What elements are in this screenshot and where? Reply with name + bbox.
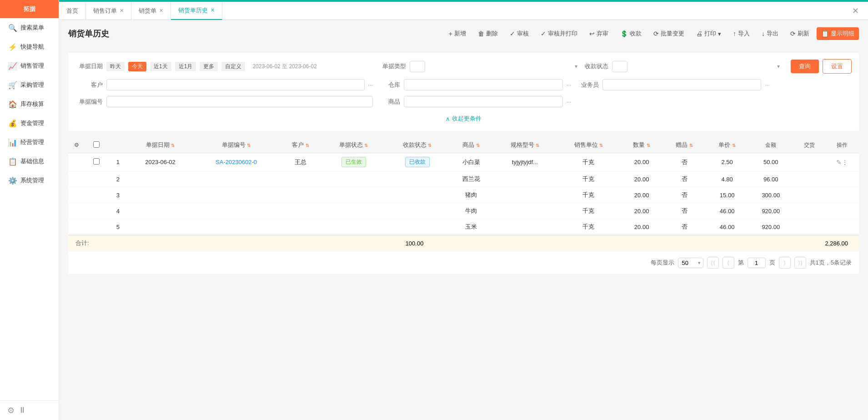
filter-date: 单据日期 昨天 今天 近1天 近1月 更多 自定义 2023-06-02 至 2…: [75, 62, 379, 71]
next-page-button[interactable]: ⟩: [779, 257, 791, 269]
export-button[interactable]: ↓ 导出: [757, 27, 783, 40]
filter-doc-type: 单据类型: [379, 61, 581, 72]
sidebar-item-label: 采购管理: [20, 81, 44, 89]
footer-total-qty: 100.00: [406, 240, 424, 247]
sidebar-item-quick-nav[interactable]: ⚡ 快捷导航: [0, 37, 59, 56]
date-label: 单据日期: [75, 62, 103, 70]
export-icon: ↓: [762, 30, 765, 37]
col-collect-status[interactable]: 收款状态 ⇅: [386, 137, 449, 153]
customer-dots[interactable]: ···: [368, 81, 373, 88]
sidebar-logo: 拓据: [0, 0, 59, 18]
doc-type-label: 单据类型: [379, 62, 406, 70]
col-settings[interactable]: ⚙: [68, 137, 85, 153]
doc-type-select[interactable]: [410, 61, 425, 72]
print-button[interactable]: 🖨 打印 ▾: [692, 27, 726, 40]
docno-input[interactable]: [106, 96, 373, 107]
date-tag-custom[interactable]: 自定义: [221, 62, 245, 71]
tab-bar-close-all[interactable]: ✕: [848, 6, 863, 15]
abandon-button[interactable]: ↩ 弃审: [585, 27, 613, 40]
sidebar-item-sales-mgmt[interactable]: 📈 销售管理: [0, 56, 59, 75]
col-doc-status[interactable]: 单据状态 ⇅: [322, 137, 386, 153]
refresh-button[interactable]: ⟳ 刷新: [786, 27, 814, 40]
date-tag-more[interactable]: 更多: [200, 62, 218, 71]
col-unit-price[interactable]: 单价 ⇅: [706, 137, 748, 153]
print-arrow-icon: ▾: [718, 30, 721, 37]
col-doc-no[interactable]: 单据编号 ⇅: [193, 137, 279, 153]
salesperson-input[interactable]: [602, 79, 761, 90]
page-prefix: 第: [738, 259, 744, 267]
col-gift[interactable]: 赠品 ⇅: [663, 137, 706, 153]
sidebar-item-label: 资金管理: [20, 119, 44, 127]
table-footer: 合计: 100.00 2,286.00: [68, 235, 859, 251]
col-spec[interactable]: 规格型号 ⇅: [493, 137, 557, 153]
doc-type-select-wrapper: [410, 61, 581, 72]
trash-icon: 🗑: [478, 30, 484, 37]
sort-icon: ⇅: [476, 143, 480, 148]
warehouse-dots[interactable]: ···: [567, 81, 572, 88]
date-tag-week[interactable]: 近1天: [150, 62, 171, 71]
collect-button[interactable]: 💲 收款: [616, 27, 646, 40]
doc-icon: 📋: [9, 157, 17, 165]
goods-input[interactable]: [404, 96, 562, 107]
warehouse-input[interactable]: [404, 79, 562, 90]
col-doc-date[interactable]: 单据日期 ⇅: [127, 137, 193, 153]
show-detail-button[interactable]: 📋 显示明细: [817, 27, 859, 40]
col-goods[interactable]: 商品 ⇅: [449, 137, 493, 153]
sidebar-item-finance[interactable]: 💰 资金管理: [0, 114, 59, 133]
sort-icon: ⇅: [428, 143, 431, 148]
sort-icon: ⇅: [647, 143, 650, 148]
tab-sales-history[interactable]: 销货单历史 ✕: [171, 2, 222, 20]
sidebar-item-system[interactable]: ⚙️ 系统管理: [0, 171, 59, 190]
sidebar-item-purchase-mgmt[interactable]: 🛒 采购管理: [0, 75, 59, 95]
delete-button[interactable]: 🗑 删除: [473, 27, 502, 40]
more-action[interactable]: ⋮: [842, 159, 848, 166]
doc-link[interactable]: SA-20230602-0: [216, 159, 257, 165]
first-page-button[interactable]: ⟨⟨: [707, 257, 719, 269]
audit-print-button[interactable]: ✓ 审核并打印: [536, 27, 582, 40]
edit-action[interactable]: ✎: [836, 159, 842, 166]
collect-status-label: 收款状态: [581, 62, 608, 70]
tab-home[interactable]: 首页: [59, 2, 86, 20]
collapse-more[interactable]: ∧ 收起更条件: [75, 113, 852, 125]
audit-button[interactable]: ✓ 审核: [505, 27, 533, 40]
settings-icon[interactable]: ⚙: [7, 405, 15, 415]
goods-dots[interactable]: ···: [567, 98, 572, 105]
col-checkbox[interactable]: [85, 137, 109, 153]
filter-warehouse: 仓库 ···: [373, 79, 571, 90]
per-page-select[interactable]: 50 100 200: [678, 258, 703, 268]
col-unit[interactable]: 销售单位 ⇅: [557, 137, 620, 153]
tab-close-sales-delivery[interactable]: ✕: [159, 8, 163, 14]
customer-input[interactable]: [106, 79, 365, 90]
tab-close-sales-order[interactable]: ✕: [120, 8, 124, 14]
sidebar-item-operations[interactable]: 📊 经营管理: [0, 133, 59, 152]
lightning-icon: ⚡: [9, 43, 17, 51]
tab-close-sales-history[interactable]: ✕: [211, 7, 215, 13]
date-tag-today[interactable]: 今天: [128, 62, 146, 71]
sidebar-item-search-menu[interactable]: 🔍 搜索菜单: [0, 18, 59, 37]
date-tag-month[interactable]: 近1月: [175, 62, 196, 71]
sidebar-item-basic-info[interactable]: 📋 基础信息: [0, 152, 59, 171]
query-button[interactable]: 查询: [791, 60, 819, 73]
import-button[interactable]: ↑ 导入: [728, 27, 754, 40]
date-tag-yesterday[interactable]: 昨天: [106, 62, 125, 71]
toolbar: + 新增 🗑 删除 ✓ 审核 ✓ 审核并打印 ↩ 弃审: [444, 27, 859, 40]
pause-icon[interactable]: ⏸: [18, 405, 26, 415]
add-button[interactable]: + 新增: [444, 27, 471, 40]
prev-page-button[interactable]: ⟨: [722, 257, 734, 269]
footer-total-amount: 2,286.00: [825, 240, 848, 247]
col-qty[interactable]: 数量 ⇅: [620, 137, 663, 153]
select-all-checkbox[interactable]: [93, 141, 100, 148]
detail-icon: 📋: [821, 30, 829, 37]
salesperson-dots[interactable]: ···: [765, 81, 770, 88]
collect-status-select[interactable]: [612, 61, 627, 72]
page-number-input[interactable]: [748, 258, 766, 268]
row-checkbox[interactable]: [93, 158, 100, 165]
batch-change-button[interactable]: ⟳ 批量变更: [649, 27, 689, 40]
per-page-label: 每页显示: [651, 259, 674, 267]
tab-sales-order[interactable]: 销售订单 ✕: [86, 2, 131, 20]
last-page-button[interactable]: ⟩⟩: [794, 257, 806, 269]
tab-sales-delivery[interactable]: 销货单 ✕: [131, 2, 171, 20]
settings-button[interactable]: 设置: [823, 59, 852, 74]
sidebar-item-inventory[interactable]: 🏠 库存核算: [0, 95, 59, 114]
col-customer[interactable]: 客户 ⇅: [279, 137, 322, 153]
